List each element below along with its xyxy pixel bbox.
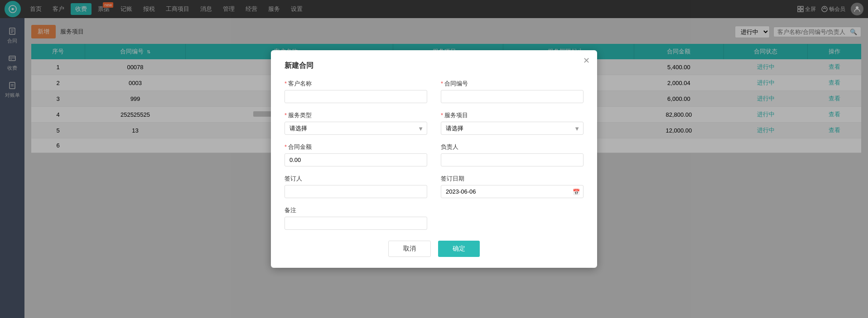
contract-no-label: *合同编号 [441, 80, 583, 88]
modal-title: 新建合同 [285, 61, 583, 71]
form-group-responsible: 负责人 [441, 143, 583, 166]
modal-overlay: ✕ 新建合同 *客户名称 *合同编号 *服务类型 [0, 0, 868, 318]
service-type-select[interactable]: 请选择 [285, 122, 427, 135]
signatory-input[interactable] [285, 185, 427, 198]
remark-label: 备注 [285, 206, 427, 214]
amount-input[interactable] [285, 153, 427, 166]
form-group-service-type: *服务类型 请选择 ▼ [285, 111, 427, 135]
service-item-select[interactable]: 请选择 [441, 122, 583, 135]
form-row-5: 备注 [285, 206, 583, 230]
responsible-label: 负责人 [441, 143, 583, 151]
customer-name-input[interactable] [285, 90, 427, 103]
service-item-label: *服务项目 [441, 111, 583, 119]
signatory-label: 签订人 [285, 175, 427, 183]
form-group-signatory: 签订人 [285, 175, 427, 198]
sign-date-input[interactable] [441, 185, 583, 198]
new-contract-modal: ✕ 新建合同 *客户名称 *合同编号 *服务类型 [271, 50, 597, 268]
sign-date-wrapper: 📅 [441, 185, 583, 198]
form-row-1: *客户名称 *合同编号 [285, 80, 583, 103]
service-type-label: *服务类型 [285, 111, 427, 119]
form-group-service-item: *服务项目 请选择 ▼ [441, 111, 583, 135]
cancel-button[interactable]: 取消 [388, 241, 431, 257]
form-row-3: *合同金额 负责人 [285, 143, 583, 166]
confirm-button[interactable]: 确定 [438, 241, 480, 257]
service-item-select-wrapper: 请选择 ▼ [441, 122, 583, 135]
form-row-2: *服务类型 请选择 ▼ *服务项目 请选择 ▼ [285, 111, 583, 135]
service-type-select-wrapper: 请选择 ▼ [285, 122, 427, 135]
form-group-sign-date: 签订日期 📅 [441, 175, 583, 198]
form-group-amount: *合同金额 [285, 143, 427, 166]
form-group-contract-no: *合同编号 [441, 80, 583, 103]
form-group-customer: *客户名称 [285, 80, 427, 103]
customer-name-label: *客户名称 [285, 80, 427, 88]
remark-input[interactable] [285, 217, 427, 230]
sign-date-label: 签订日期 [441, 175, 583, 183]
modal-close-button[interactable]: ✕ [583, 56, 590, 66]
form-group-spacer [441, 206, 583, 230]
contract-no-input[interactable] [441, 90, 583, 103]
responsible-input[interactable] [441, 153, 583, 166]
amount-label: *合同金额 [285, 143, 427, 151]
form-row-4: 签订人 签订日期 📅 [285, 175, 583, 198]
form-group-remark: 备注 [285, 206, 427, 230]
modal-footer: 取消 确定 [285, 241, 583, 257]
